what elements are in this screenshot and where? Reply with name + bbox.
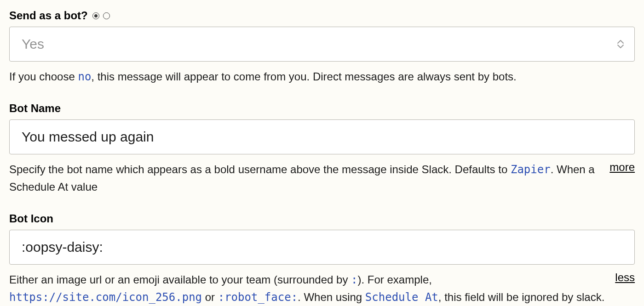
help-text: If you choose bbox=[9, 70, 78, 83]
bot-name-section: Bot Name Specify the bot name which appe… bbox=[9, 102, 635, 195]
bot-icon-section: Bot Icon Either an image url or an emoji… bbox=[9, 212, 635, 306]
help-text: Specify the bot name which appears as a … bbox=[9, 163, 511, 176]
bot-name-more-link[interactable]: more bbox=[610, 161, 635, 174]
help-code-url: https://site.com/icon_256.png bbox=[9, 291, 202, 304]
help-text: or bbox=[202, 291, 218, 303]
help-text: , this message will appear to come from … bbox=[91, 70, 516, 83]
send-as-bot-label: Send as a bot? bbox=[9, 9, 88, 22]
help-code-schedule: Schedule At bbox=[365, 291, 438, 304]
send-as-bot-help: If you choose no, this message will appe… bbox=[9, 68, 635, 85]
help-code-no: no bbox=[78, 70, 91, 83]
bot-icon-label: Bot Icon bbox=[9, 212, 53, 225]
help-code-zapier: Zapier bbox=[511, 163, 551, 176]
help-code-emoji: :robot_face: bbox=[218, 291, 298, 304]
send-as-bot-select-value: Yes bbox=[22, 36, 44, 52]
bot-icon-less-link[interactable]: less bbox=[615, 271, 635, 284]
send-as-bot-label-row: Send as a bot? bbox=[9, 9, 635, 22]
select-chevron-icon bbox=[617, 40, 624, 49]
send-as-bot-radio-group bbox=[92, 12, 110, 19]
bot-name-help: Specify the bot name which appears as a … bbox=[9, 161, 600, 195]
help-text: . When using bbox=[298, 291, 365, 303]
radio-dot-icon bbox=[94, 14, 98, 17]
bot-name-label: Bot Name bbox=[9, 102, 61, 115]
bot-icon-help: Either an image url or an emoji availabl… bbox=[9, 271, 606, 306]
bot-name-input[interactable] bbox=[9, 119, 635, 154]
radio-option-selected[interactable] bbox=[92, 12, 99, 19]
send-as-bot-section: Send as a bot? Yes If you choose no, thi… bbox=[9, 9, 635, 85]
help-text: ). For example, bbox=[358, 273, 432, 286]
help-text: , this field will be ignored by slack. bbox=[438, 291, 605, 303]
send-as-bot-select[interactable]: Yes bbox=[9, 27, 635, 62]
help-code-colon: : bbox=[351, 273, 357, 286]
help-text: Either an image url or an emoji availabl… bbox=[9, 273, 351, 286]
radio-option-unselected[interactable] bbox=[103, 12, 110, 19]
bot-icon-input[interactable] bbox=[9, 230, 635, 265]
